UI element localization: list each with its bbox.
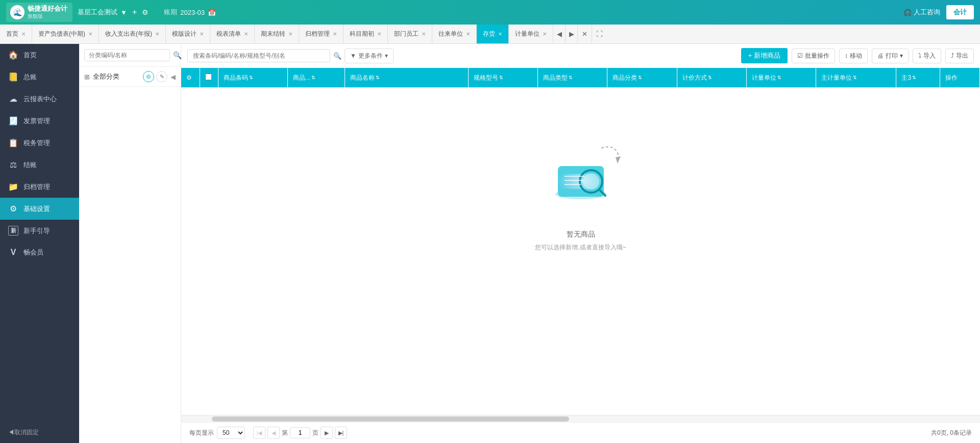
sidebar-item-close[interactable]: ⚖ 结账 (0, 154, 79, 176)
cancel-fixed-button[interactable]: ◀取消固定 (0, 422, 79, 443)
batch-operation-button[interactable]: ☑ 批量操作 (792, 49, 835, 63)
category-settings-button[interactable]: ⚙ (143, 71, 154, 82)
sidebar-item-archive[interactable]: 📁 归档管理 (0, 176, 79, 198)
th-checkbox[interactable] (200, 68, 218, 87)
tab-balance[interactable]: 资产负债表(中期) ✕ (32, 25, 99, 43)
tab-home-close[interactable]: ✕ (21, 31, 26, 37)
th-col3[interactable]: 主3 ⇅ (896, 68, 940, 87)
sort-name-icon[interactable]: ⇅ (376, 75, 380, 80)
th-main-unit[interactable]: 主计量单位 ⇅ (816, 68, 896, 87)
tab-home[interactable]: 首页 ✕ (0, 25, 32, 43)
tab-archive[interactable]: 归档管理 ✕ (299, 25, 344, 43)
balance-icon: ⚖ (8, 160, 18, 170)
th-price-method[interactable]: 计价方式 ⇅ (677, 68, 746, 87)
move-button[interactable]: ↕ 移动 (839, 49, 868, 63)
sort-price-icon[interactable]: ⇅ (708, 75, 712, 80)
company-selector[interactable]: 基层工会测试 ▼ (78, 8, 127, 17)
tab-partner[interactable]: 往来单位 ✕ (432, 25, 477, 43)
category-edit-button[interactable]: ✎ (156, 71, 167, 82)
tab-taxclear[interactable]: 税表清单 ✕ (210, 25, 255, 43)
add-product-button[interactable]: + 新增商品 (741, 48, 788, 63)
tab-period-end[interactable]: 期末结转 ✕ (255, 25, 299, 43)
tab-measure-close[interactable]: ✕ (543, 31, 547, 37)
tab-balance-close[interactable]: ✕ (88, 31, 92, 37)
page-prev-button[interactable]: ◀ (267, 427, 280, 439)
th-name[interactable]: 商品名称 ⇅ (345, 68, 469, 87)
page-input[interactable] (290, 427, 310, 438)
main-search-input[interactable] (187, 49, 330, 62)
import-button[interactable]: ⤵ 导入 (913, 49, 941, 63)
page-size-select[interactable]: 20 50 100 (217, 427, 245, 439)
tab-income-label: 收入支出表(年报) (105, 30, 152, 38)
page-next-button[interactable]: ▶ (321, 427, 333, 439)
sort-type-icon[interactable]: ⇅ (569, 75, 573, 80)
select-all-checkbox[interactable] (205, 74, 212, 80)
horizontal-scrollbar[interactable] (181, 415, 980, 422)
kuaiji-button[interactable]: 会计 (946, 5, 974, 19)
tab-expand-button[interactable]: ⛶ (592, 25, 606, 44)
sidebar-item-basic[interactable]: ⚙ 基础设置 (0, 198, 79, 220)
print-button[interactable]: 🖨 打印 ▾ (872, 49, 909, 63)
tab-partner-close[interactable]: ✕ (466, 31, 470, 37)
sidebar-item-ledger[interactable]: 📒 总账 (0, 66, 79, 88)
sidebar-item-tax[interactable]: 📋 税务管理 (0, 132, 79, 154)
settings-icon[interactable]: ⚙ (142, 8, 149, 16)
sort-barcode-icon[interactable]: ⇅ (249, 75, 253, 80)
page-last-button[interactable]: ▶| (335, 427, 347, 439)
tab-dept[interactable]: 部门员工 ✕ (388, 25, 432, 43)
export-button[interactable]: ⤴ 导出 (945, 49, 974, 63)
tab-archive-close[interactable]: ✕ (333, 31, 337, 37)
filter-button[interactable]: ▼ 更多条件 ▾ (345, 49, 394, 63)
th-unit[interactable]: 计量单位 ⇅ (747, 68, 816, 87)
th-spec[interactable]: 规格型号 ⇅ (468, 68, 537, 87)
tab-subject[interactable]: 科目期初 ✕ (344, 25, 388, 43)
tab-period-end-close[interactable]: ✕ (288, 31, 292, 37)
tab-income[interactable]: 收入支出表(年报) ✕ (99, 25, 166, 43)
tab-next-button[interactable]: ▶ (566, 25, 578, 44)
sidebar-item-vip[interactable]: V 畅会员 (0, 242, 79, 263)
sidebar-item-home[interactable]: 🏠 首页 (0, 44, 79, 66)
sidebar-vip-label: 畅会员 (23, 248, 43, 257)
calendar-icon[interactable]: 📅 (208, 9, 216, 16)
th-barcode[interactable]: 商品条码 ⇅ (218, 68, 287, 87)
grid-icon: ⊞ (84, 73, 90, 81)
tab-close-all-button[interactable]: ✕ (578, 25, 592, 44)
th-type-label: 商品类型 (543, 74, 568, 82)
sort-col3-icon[interactable]: ⇅ (912, 75, 916, 80)
sidebar-guide-label: 新手引导 (23, 226, 50, 236)
add-company-icon[interactable]: + (132, 8, 137, 17)
support-button[interactable]: 🎧 人工咨询 (903, 8, 940, 17)
sort-main-unit-icon[interactable]: ⇅ (853, 75, 857, 80)
tab-inventory-close[interactable]: ✕ (498, 31, 502, 37)
th-type[interactable]: 商品类型 ⇅ (538, 68, 607, 87)
tab-subject-close[interactable]: ✕ (377, 31, 381, 37)
tab-dept-close[interactable]: ✕ (422, 31, 426, 37)
th-settings[interactable]: ⚙ (181, 68, 200, 87)
tab-template-close[interactable]: ✕ (200, 31, 204, 37)
sort-code-icon[interactable]: ⇅ (311, 75, 315, 80)
h-scroll-thumb[interactable] (212, 416, 569, 422)
th-code[interactable]: 商品... ⇅ (287, 68, 345, 87)
tab-prev-button[interactable]: ◀ (553, 25, 566, 44)
tab-template[interactable]: 模版设计 ✕ (166, 25, 210, 43)
page-first-button[interactable]: |◀ (253, 427, 265, 439)
sort-spec-icon[interactable]: ⇅ (499, 75, 503, 80)
category-search-button[interactable]: 🔍 (173, 51, 182, 59)
tab-taxclear-close[interactable]: ✕ (244, 31, 248, 37)
category-search-input[interactable] (84, 49, 170, 61)
sort-category-icon[interactable]: ⇅ (638, 75, 642, 80)
product-table: ⚙ 商品条码 ⇅ (181, 68, 980, 87)
main-search-button[interactable]: 🔍 (333, 52, 341, 60)
tab-bar: 首页 ✕ 资产负债表(中期) ✕ 收入支出表(年报) ✕ 模版设计 ✕ 税表清单… (0, 25, 980, 44)
col-settings-icon[interactable]: ⚙ (186, 74, 192, 81)
logo-area[interactable]: 🌊 畅捷通好会计 旗舰版 (6, 3, 72, 22)
tab-measure[interactable]: 计量单位 ✕ (509, 25, 553, 43)
sidebar-item-report[interactable]: ☁ 云报表中心 (0, 88, 79, 110)
sidebar-item-guide[interactable]: 新 新手引导 (0, 220, 79, 242)
tab-income-close[interactable]: ✕ (155, 31, 159, 37)
tab-inventory[interactable]: 存货 ✕ (477, 25, 509, 43)
collapse-panel-button[interactable]: ◀ (170, 73, 176, 81)
sidebar-item-invoice[interactable]: 🧾 发票管理 (0, 110, 79, 132)
th-category[interactable]: 商品分类 ⇅ (607, 68, 677, 87)
sort-unit-icon[interactable]: ⇅ (777, 75, 781, 80)
